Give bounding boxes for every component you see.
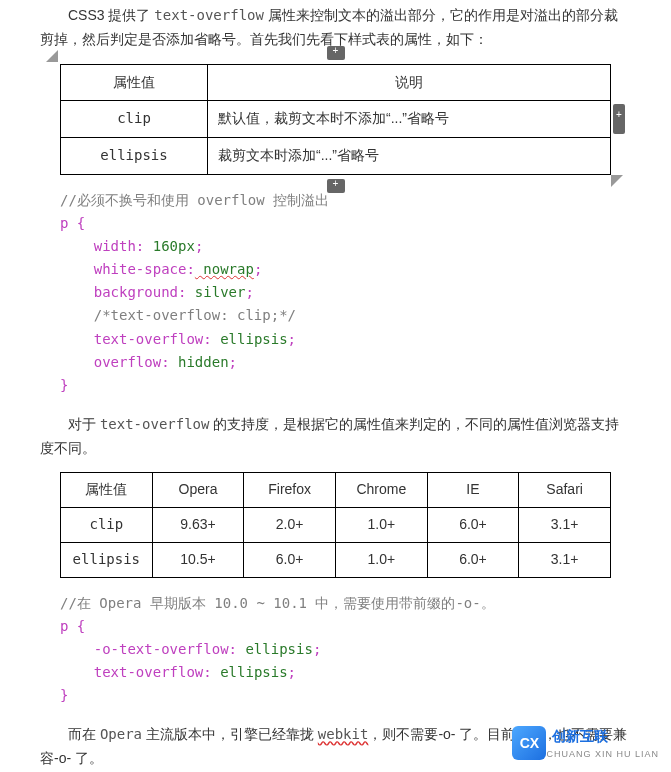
- add-row-bottom-handle-icon[interactable]: +: [327, 179, 345, 193]
- article-content: CSS3 提供了 text-overflow 属性来控制文本的溢出部分，它的作用…: [0, 0, 671, 772]
- table-header-row: 属性值 说明: [61, 64, 611, 101]
- cell: 6.0+: [427, 508, 519, 543]
- logo-icon: CX: [512, 726, 546, 760]
- cell: 1.0+: [335, 543, 427, 578]
- code-val: nowrap: [195, 261, 254, 277]
- th-ie: IE: [427, 473, 519, 508]
- cell-value: ellipsis: [61, 138, 208, 175]
- inline-code: Opera: [100, 726, 142, 742]
- th-safari: Safari: [519, 473, 611, 508]
- code-prop: text-overflow:: [94, 664, 212, 680]
- cell-desc: 裁剪文本时添加“...”省略号: [208, 138, 611, 175]
- table-editor-frame: + + + 属性值 说明 clip 默认值，裁剪文本时不添加“...”省略号 e…: [60, 64, 611, 175]
- code-prop: -o-text-overflow:: [94, 641, 237, 657]
- text: 而在: [68, 726, 100, 742]
- cell: 2.0+: [244, 508, 336, 543]
- property-table: 属性值 说明 clip 默认值，裁剪文本时不添加“...”省略号 ellipsi…: [60, 64, 611, 175]
- table-row: ellipsis 10.5+ 6.0+ 1.0+ 6.0+ 3.1+: [61, 543, 611, 578]
- inline-code: text-overflow: [100, 416, 210, 432]
- cell: 6.0+: [427, 543, 519, 578]
- text: 主流版本中，引擎已经靠拢: [142, 726, 318, 742]
- table-row: clip 9.63+ 2.0+ 1.0+ 6.0+ 3.1+: [61, 508, 611, 543]
- code-prop: background:: [94, 284, 187, 300]
- cell-value: clip: [61, 508, 153, 543]
- table-row: clip 默认值，裁剪文本时不添加“...”省略号: [61, 101, 611, 138]
- code-line: p {: [60, 215, 85, 231]
- code-prop: width:: [94, 238, 145, 254]
- cell: 10.5+: [152, 543, 244, 578]
- text: 对于: [68, 416, 100, 432]
- cell: 3.1+: [519, 543, 611, 578]
- th-desc: 说明: [208, 64, 611, 101]
- add-column-handle-icon[interactable]: +: [327, 46, 345, 60]
- logo-title: 创新互联: [552, 728, 608, 744]
- code-line: /*text-overflow: clip;*/: [94, 307, 296, 323]
- code-val: ellipsis: [212, 331, 288, 347]
- code-val: ellipsis: [212, 664, 288, 680]
- table-row: ellipsis 裁剪文本时添加“...”省略号: [61, 138, 611, 175]
- code-block-1: //必须不换号和使用 overflow 控制溢出 p { width: 160p…: [60, 189, 631, 397]
- inline-code: text-overflow: [154, 7, 264, 23]
- resize-corner-br-icon[interactable]: [611, 175, 623, 187]
- cell-desc: 默认值，裁剪文本时不添加“...”省略号: [208, 101, 611, 138]
- cell-value: ellipsis: [61, 543, 153, 578]
- cell-value: clip: [61, 101, 208, 138]
- support-table: 属性值 Opera Firefox Chrome IE Safari clip …: [60, 472, 611, 577]
- cell: 9.63+: [152, 508, 244, 543]
- code-val: 160px: [144, 238, 195, 254]
- code-line: }: [60, 377, 68, 393]
- code-val: ellipsis: [237, 641, 313, 657]
- resize-corner-tl-icon[interactable]: [46, 50, 58, 62]
- add-row-handle-icon[interactable]: +: [613, 104, 625, 134]
- support-table-wrap: 属性值 Opera Firefox Chrome IE Safari clip …: [60, 472, 611, 577]
- code-val: silver: [186, 284, 245, 300]
- th-firefox: Firefox: [244, 473, 336, 508]
- cell: 6.0+: [244, 543, 336, 578]
- code-prop: overflow:: [94, 354, 170, 370]
- mid-paragraph: 对于 text-overflow 的支持度，是根据它的属性值来判定的，不同的属性…: [40, 413, 631, 461]
- table-header-row: 属性值 Opera Firefox Chrome IE Safari: [61, 473, 611, 508]
- text: CSS3 提供了: [68, 7, 154, 23]
- code-block-2: //在 Opera 早期版本 10.0 ~ 10.1 中，需要使用带前缀的-o-…: [60, 592, 631, 707]
- cell: 1.0+: [335, 508, 427, 543]
- code-prop: text-overflow:: [94, 331, 212, 347]
- code-line: p {: [60, 618, 85, 634]
- th-value: 属性值: [61, 64, 208, 101]
- code-line: }: [60, 687, 68, 703]
- inline-code: webkit: [318, 726, 369, 742]
- code-line: //在 Opera 早期版本 10.0 ~ 10.1 中，需要使用带前缀的-o-…: [60, 595, 495, 611]
- code-line: //必须不换号和使用 overflow 控制溢出: [60, 192, 329, 208]
- logo-sub: CHUANG XIN HU LIAN: [546, 747, 659, 762]
- code-val: hidden: [170, 354, 229, 370]
- th-opera: Opera: [152, 473, 244, 508]
- brand-logo: CX 创新互联 CHUANG XIN HU LIAN: [512, 725, 659, 762]
- th-value: 属性值: [61, 473, 153, 508]
- th-chrome: Chrome: [335, 473, 427, 508]
- code-prop: white-space:: [94, 261, 195, 277]
- cell: 3.1+: [519, 508, 611, 543]
